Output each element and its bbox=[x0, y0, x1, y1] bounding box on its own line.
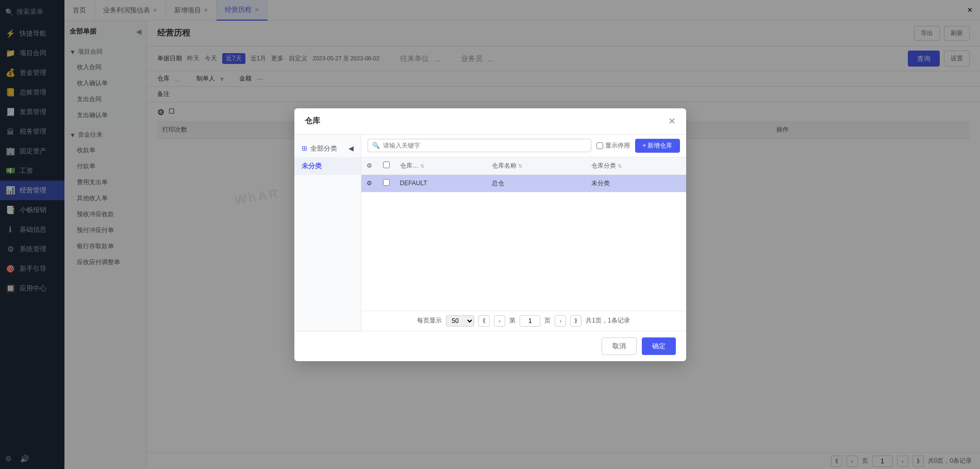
modal-body: ⊞ 全部分类 ◀ 未分类 🔍 显示停用 + 新增仓库 bbox=[294, 135, 686, 331]
table-row[interactable]: ⚙ DEFAULT 总仓 未分类 bbox=[361, 174, 686, 192]
modal-sidebar: ⊞ 全部分类 ◀ 未分类 bbox=[294, 135, 361, 331]
total-info: 共1页，1条记录 bbox=[586, 316, 629, 325]
page-prev-button[interactable]: ‹ bbox=[494, 315, 505, 327]
modal-table: ⚙ 仓库… ⇅ bbox=[361, 157, 686, 311]
modal-footer: 取消 确定 bbox=[294, 331, 686, 361]
confirm-button[interactable]: 确定 bbox=[642, 337, 676, 355]
page-last-button[interactable]: ⟫ bbox=[570, 315, 582, 327]
page-number-input[interactable] bbox=[520, 315, 540, 327]
row-select-checkbox[interactable] bbox=[383, 179, 390, 186]
th-category: 仓库分类 ⇅ bbox=[586, 157, 686, 175]
th-checkbox bbox=[378, 157, 395, 175]
sort-icon-category: ⇅ bbox=[618, 163, 622, 169]
search-input-wrapper[interactable]: 🔍 bbox=[368, 139, 592, 152]
warehouse-modal: 仓库 ✕ ⊞ 全部分类 ◀ 未分类 🔍 显示停用 bbox=[294, 108, 686, 361]
page-first-button[interactable]: ⟪ bbox=[478, 315, 490, 327]
warehouse-table-body: ⚙ DEFAULT 总仓 未分类 bbox=[361, 174, 686, 192]
th-settings: ⚙ bbox=[361, 157, 378, 175]
show-disabled-checkbox-label[interactable]: 显示停用 bbox=[596, 141, 630, 150]
search-input[interactable] bbox=[383, 142, 587, 149]
row-name: 总仓 bbox=[487, 174, 586, 192]
select-all-checkbox[interactable] bbox=[383, 161, 390, 168]
modal-sidebar-unclassified-label: 未分类 bbox=[302, 161, 322, 171]
settings-icon[interactable]: ⚙ bbox=[367, 162, 372, 169]
sort-icon-name: ⇅ bbox=[518, 163, 522, 169]
row-code: DEFAULT bbox=[395, 174, 487, 192]
warehouse-table: ⚙ 仓库… ⇅ bbox=[361, 157, 686, 192]
modal-title: 仓库 bbox=[305, 116, 320, 126]
th-code: 仓库… ⇅ bbox=[395, 157, 487, 175]
th-name: 仓库名称 ⇅ bbox=[487, 157, 586, 175]
modal-sidebar-all-label: 全部分类 bbox=[310, 144, 337, 153]
modal-header: 仓库 ✕ bbox=[294, 108, 686, 135]
page-goto-label: 第 bbox=[509, 316, 516, 325]
add-warehouse-button[interactable]: + 新增仓库 bbox=[635, 139, 679, 153]
grid-icon: ⊞ bbox=[302, 144, 307, 152]
cancel-button[interactable]: 取消 bbox=[602, 337, 637, 355]
modal-main: 🔍 显示停用 + 新增仓库 ⚙ bbox=[361, 135, 686, 331]
modal-sidebar-unclassified[interactable]: 未分类 bbox=[294, 157, 361, 175]
show-disabled-label: 显示停用 bbox=[605, 141, 630, 150]
modal-search-icon: 🔍 bbox=[372, 142, 380, 149]
row-checkbox[interactable] bbox=[378, 174, 395, 192]
page-unit-label: 页 bbox=[544, 316, 551, 325]
modal-sidebar-collapse-btn[interactable]: ◀ bbox=[348, 144, 354, 152]
row-category: 未分类 bbox=[586, 174, 686, 192]
th-name-label: 仓库名称 bbox=[492, 161, 517, 170]
row-settings-icon[interactable]: ⚙ bbox=[367, 180, 372, 187]
per-page-select[interactable]: 50 10 20 100 bbox=[446, 315, 474, 327]
per-page-label: 每页显示 bbox=[417, 316, 442, 325]
th-code-label: 仓库… bbox=[400, 161, 419, 170]
modal-close-icon[interactable]: ✕ bbox=[668, 116, 676, 127]
page-next-button[interactable]: › bbox=[555, 315, 566, 327]
sort-icon-code: ⇅ bbox=[420, 163, 424, 169]
show-disabled-checkbox[interactable] bbox=[596, 142, 603, 149]
row-settings[interactable]: ⚙ bbox=[361, 174, 378, 192]
modal-toolbar: 🔍 显示停用 + 新增仓库 bbox=[361, 135, 686, 157]
table-header-row: ⚙ 仓库… ⇅ bbox=[361, 157, 686, 175]
modal-sidebar-all-category[interactable]: ⊞ 全部分类 ◀ bbox=[294, 140, 361, 157]
modal-pagination: 每页显示 50 10 20 100 ⟪ ‹ 第 页 › ⟫ 共1页，1条记录 bbox=[361, 311, 686, 331]
th-category-label: 仓库分类 bbox=[591, 161, 616, 170]
